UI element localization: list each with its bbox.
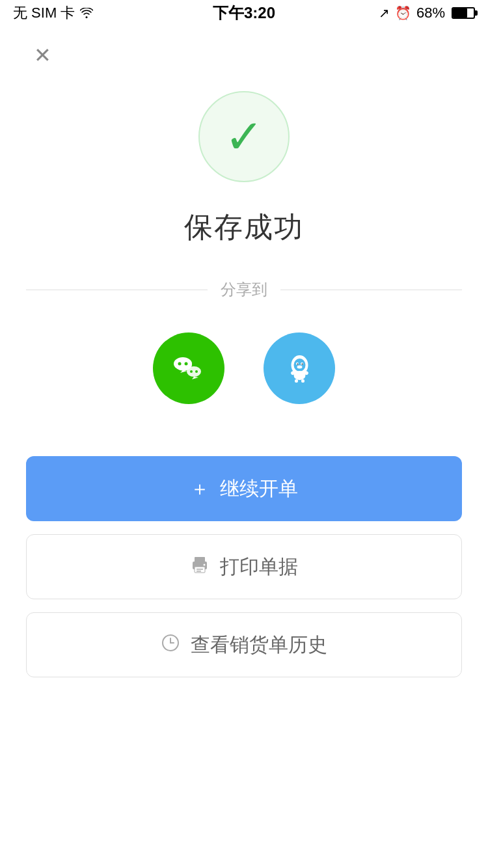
svg-point-14 (297, 363, 298, 364)
success-title: 保存成功 (184, 208, 304, 247)
alarm-icon: ⏰ (395, 5, 411, 21)
success-icon-circle: ✓ (198, 91, 290, 182)
wifi-icon (80, 8, 93, 18)
svg-point-6 (185, 362, 188, 366)
svg-rect-25 (197, 569, 203, 570)
svg-point-27 (204, 563, 206, 565)
print-icon (190, 555, 210, 579)
status-time: 下午3:20 (213, 3, 275, 23)
svg-point-11 (293, 359, 305, 372)
action-buttons: ＋ 继续开单 打印单据 (26, 456, 462, 677)
sim-label: 无 SIM 卡 (13, 3, 75, 23)
status-bar: 无 SIM 卡 下午3:20 ↗ ⏰ 68% (0, 0, 488, 26)
history-icon (161, 633, 180, 657)
svg-rect-22 (195, 557, 205, 562)
battery-percent: 68% (416, 5, 445, 21)
svg-point-5 (178, 362, 182, 366)
svg-rect-21 (301, 379, 305, 383)
continue-button[interactable]: ＋ 继续开单 (26, 456, 462, 521)
share-icons (153, 332, 335, 404)
svg-point-9 (195, 370, 198, 373)
divider-right (280, 290, 462, 290)
wechat-icon (169, 349, 208, 388)
divider-left (26, 290, 208, 290)
history-label: 查看销货单历史 (191, 632, 327, 658)
qq-share-button[interactable] (264, 332, 335, 404)
close-button[interactable]: ✕ (26, 39, 59, 72)
checkmark-icon: ✓ (224, 113, 264, 160)
svg-point-15 (301, 363, 303, 364)
status-right: ↗ ⏰ 68% (379, 5, 475, 21)
svg-point-7 (187, 366, 201, 377)
svg-rect-26 (197, 571, 201, 572)
main-content: ✓ 保存成功 分享到 (0, 26, 488, 677)
location-icon: ↗ (379, 5, 390, 21)
print-label: 打印单据 (220, 554, 298, 580)
print-button[interactable]: 打印单据 (26, 534, 462, 599)
qq-icon (282, 351, 318, 387)
close-icon: ✕ (34, 45, 51, 66)
history-button[interactable]: 查看销货单历史 (26, 612, 462, 677)
continue-label: 继续开单 (220, 476, 298, 502)
plus-icon: ＋ (190, 476, 210, 502)
status-left: 无 SIM 卡 (13, 3, 93, 23)
battery-icon (452, 7, 475, 19)
svg-rect-20 (295, 379, 298, 383)
svg-point-8 (190, 370, 193, 373)
wechat-share-button[interactable] (153, 332, 224, 404)
share-label: 分享到 (221, 279, 267, 300)
share-divider: 分享到 (26, 279, 462, 300)
svg-point-16 (297, 365, 302, 368)
